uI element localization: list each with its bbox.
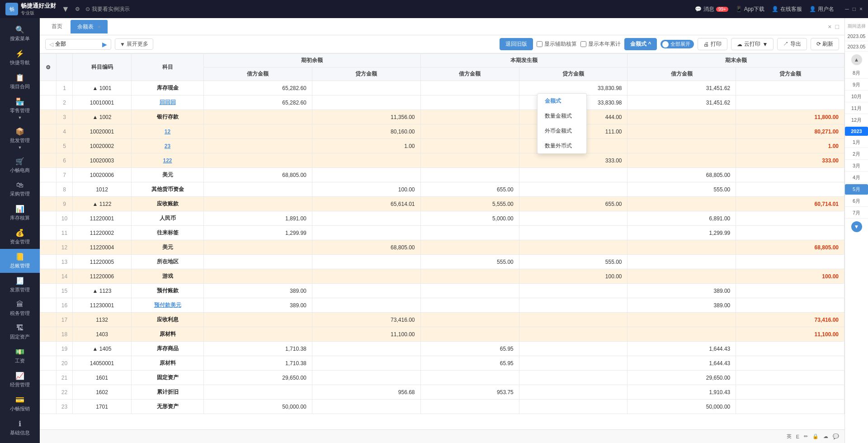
amount-cell xyxy=(420,400,519,414)
show-auxiliary-checkbox[interactable]: 显示辅助核算 xyxy=(537,40,577,48)
expand-all-toggle[interactable]: 全部展开 xyxy=(660,40,694,48)
period-may[interactable]: 5月 xyxy=(845,184,868,195)
period-nav-up[interactable]: ▲ xyxy=(851,54,862,65)
amount-cell xyxy=(736,342,844,356)
close-btn[interactable]: × xyxy=(859,6,863,12)
tab-restore-btn[interactable]: □ xyxy=(835,23,839,30)
amount-cell xyxy=(312,342,420,356)
sidebar-item-quicknav[interactable]: ⚡ 快捷导航 xyxy=(0,46,40,70)
period-mar[interactable]: 3月 xyxy=(845,161,868,171)
amount-cell xyxy=(519,284,627,298)
row-number: 21 xyxy=(57,371,73,385)
online-service-btn[interactable]: 👤 在线客服 xyxy=(772,5,802,13)
sidebar-item-tax[interactable]: 🏛 税务管理 xyxy=(0,297,40,320)
tab-home[interactable]: 首页 xyxy=(45,20,69,33)
status-chat[interactable]: 💬 xyxy=(833,433,839,439)
print-btn[interactable]: 🖨 打印 xyxy=(698,38,727,50)
col-settings-header[interactable]: ⚙ xyxy=(40,54,57,81)
status-input[interactable]: E xyxy=(796,434,799,439)
cloud-print-btn[interactable]: ☁ 云打印 ▼ xyxy=(731,38,774,50)
period-apr[interactable]: 4月 xyxy=(845,172,868,183)
sidebar-item-system[interactable]: ⚙ 系统管理 xyxy=(0,440,40,443)
minimize-btn[interactable]: ─ xyxy=(845,6,849,12)
user-avatar[interactable]: 👤 用户名 xyxy=(809,5,834,13)
period-jul[interactable]: 7月 xyxy=(845,208,868,219)
sidebar-item-assets[interactable]: 🏗 固定资产 xyxy=(0,320,40,344)
table-row: 221602累计折旧956.68953.751,910.43 xyxy=(40,385,844,400)
period-2023-05b[interactable]: 2023.05 xyxy=(845,42,868,52)
period-sep[interactable]: 9月 xyxy=(845,80,868,91)
amount-cell: 333.00 xyxy=(736,153,844,168)
auxiliary-checkbox-input[interactable] xyxy=(537,41,542,47)
tab-pin-btn[interactable]: × xyxy=(828,23,831,30)
search-box[interactable]: ◁ ▶ xyxy=(45,39,111,50)
account-name-cell[interactable]: 23 xyxy=(132,139,204,153)
sidebar-item-expense[interactable]: 💳 小畅报销 xyxy=(0,392,40,416)
sidebar-item-invoice[interactable]: 🧾 发票管理 xyxy=(0,273,40,297)
period-oct[interactable]: 10月 xyxy=(845,91,868,102)
status-lang[interactable]: 英 xyxy=(787,433,792,440)
amount-cell: 11,800.00 xyxy=(736,110,844,124)
settings-icon[interactable]: ⚙ xyxy=(75,6,80,12)
amount-cell xyxy=(312,168,420,182)
sidebar-item-capital[interactable]: 💰 资金管理 xyxy=(0,225,40,249)
expand-more-btn[interactable]: ▼ 展开更多 xyxy=(115,38,153,50)
show-year-checkbox[interactable]: 显示本年累计 xyxy=(580,40,621,48)
maximize-btn[interactable]: □ xyxy=(853,6,856,12)
sidebar-item-basic[interactable]: ℹ 基础信息 xyxy=(0,416,40,440)
dropdown-item-qty-foreign[interactable]: 数量外币式 xyxy=(538,138,586,153)
app-logo-icon: 畅 xyxy=(5,3,18,15)
window-control[interactable]: ▼ xyxy=(61,5,70,14)
app-download-btn[interactable]: 📱 App下载 xyxy=(736,5,764,13)
col-current-header: 本期发生额 xyxy=(420,54,627,67)
sidebar-item-ledger[interactable]: 📒 总账管理 xyxy=(0,249,40,273)
sidebar-item-wholesale[interactable]: 📦 批发管理 ▼ xyxy=(0,124,40,153)
row-settings-cell xyxy=(40,298,57,313)
status-cloud[interactable]: ☁ xyxy=(823,433,828,439)
export-btn[interactable]: ↗ 导出 xyxy=(777,38,807,50)
period-jun[interactable]: 6月 xyxy=(845,196,868,207)
dropdown-item-amount[interactable]: 金额式 xyxy=(538,94,586,109)
sidebar-item-search[interactable]: 🔍 搜索菜单 xyxy=(0,22,40,46)
account-name-cell[interactable]: 12 xyxy=(132,124,204,139)
refresh-btn[interactable]: ⟳ 刷新 xyxy=(811,38,839,50)
account-name-cell[interactable]: 预付款美元 xyxy=(132,298,204,313)
sidebar-item-ecommerce[interactable]: 🛒 小畅电商 xyxy=(0,153,40,177)
period-nav-down[interactable]: ▼ xyxy=(851,221,862,232)
account-name-cell[interactable]: 回回回 xyxy=(132,95,204,110)
status-lock[interactable]: 🔒 xyxy=(812,433,819,439)
message-btn[interactable]: 💬 消息 99+ xyxy=(695,5,728,13)
sidebar-item-retail[interactable]: 🏪 零售管理 ▼ xyxy=(0,94,40,124)
settings-gear-icon[interactable]: ⚙ xyxy=(46,64,51,71)
demo-link[interactable]: ⊙ 我要看实例演示 xyxy=(85,5,130,13)
year-checkbox-input[interactable] xyxy=(580,41,586,47)
tab-balance[interactable]: 余额表 × xyxy=(71,20,108,33)
amount-cell: 5,555.00 xyxy=(420,197,519,211)
search-right-arrow[interactable]: ▶ xyxy=(102,41,107,48)
search-input[interactable] xyxy=(55,41,100,48)
sidebar-item-purchase[interactable]: 🛍 采购管理 xyxy=(0,177,40,201)
period-aug[interactable]: 8月 xyxy=(845,68,868,79)
dropdown-item-qty-amount[interactable]: 数量金额式 xyxy=(538,109,586,124)
sidebar-item-operations[interactable]: 📈 经营管理 xyxy=(0,368,40,392)
dropdown-item-foreign-amount[interactable]: 外币金额式 xyxy=(538,124,586,138)
sidebar-item-payroll[interactable]: 💵 工资 xyxy=(0,344,40,368)
period-nov[interactable]: 11月 xyxy=(845,103,868,114)
period-dec[interactable]: 12月 xyxy=(845,115,868,126)
sidebar-item-inventory[interactable]: 📊 库存核算 xyxy=(0,201,40,225)
status-edit[interactable]: ✏ xyxy=(804,433,808,439)
lock-icon: 🔒 xyxy=(812,433,819,439)
return-old-btn[interactable]: 退回旧版 xyxy=(500,38,533,50)
period-year-2023[interactable]: 2023 xyxy=(845,127,868,136)
row-number: 7 xyxy=(57,168,73,182)
amount-cell: 68,805.00 xyxy=(736,240,844,255)
account-name-cell: 库存现金 xyxy=(132,81,204,95)
period-jan[interactable]: 1月 xyxy=(845,137,868,148)
period-2023-05a[interactable]: 2023.05 xyxy=(845,32,868,41)
period-feb[interactable]: 2月 xyxy=(845,149,868,160)
amount-cell: 29,650.00 xyxy=(627,371,736,385)
amount-type-btn[interactable]: 金额式 ^ xyxy=(624,38,657,50)
sidebar-item-project[interactable]: 📋 项目合同 xyxy=(0,70,40,94)
account-name-cell[interactable]: 122 xyxy=(132,153,204,168)
tab-close-icon[interactable]: × xyxy=(98,24,100,29)
